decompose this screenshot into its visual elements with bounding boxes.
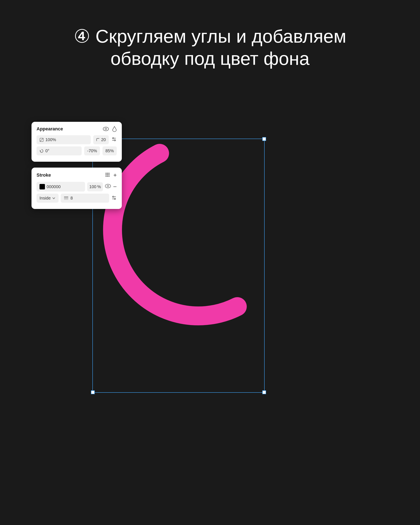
svg-point-12 (107, 174, 108, 175)
stroke-panel-header: Stroke (37, 172, 117, 178)
rotation-value: 0° (45, 149, 49, 153)
svg-point-10 (108, 173, 109, 174)
handle-top-right[interactable] (262, 137, 266, 141)
opacity-value: 100% (45, 137, 56, 142)
stroke-position-label: Inside (39, 196, 51, 201)
svg-point-14 (105, 176, 106, 177)
stroke-adjust-icon[interactable] (111, 195, 117, 201)
stroke-color-row: 000000 100 % − (37, 182, 117, 192)
handle-bottom-left[interactable] (91, 390, 95, 394)
color-hex-value: 000000 (47, 184, 61, 189)
panels-container: Appearance (31, 122, 122, 209)
eye-icon[interactable] (103, 127, 109, 131)
y-field[interactable]: 85% (103, 146, 117, 155)
corner-radius-field[interactable]: 20 (93, 135, 109, 144)
stroke-panel-icons: + (105, 172, 117, 178)
appearance-panel: Appearance (31, 122, 122, 162)
opacity-field[interactable]: 100% (37, 135, 91, 144)
appearance-panel-title: Appearance (37, 126, 63, 132)
stroke-visibility-icon[interactable] (105, 184, 111, 189)
page-title: ④ Скругляем углы и добавляем обводку под… (34, 25, 386, 69)
svg-point-1 (105, 128, 107, 130)
svg-point-9 (107, 173, 108, 174)
appearance-row2: 0° -70% 85% (37, 146, 117, 155)
svg-point-7 (114, 140, 115, 141)
svg-point-13 (108, 174, 109, 175)
stroke-size-field[interactable]: 8 (61, 194, 109, 203)
opacity-percent-symbol: % (97, 184, 101, 189)
y-value: 85% (105, 149, 114, 153)
appearance-panel-header: Appearance (37, 126, 117, 132)
drop-icon[interactable] (112, 126, 117, 132)
x-value: -70% (87, 149, 97, 153)
title-section: ④ Скругляем углы и добавляем обводку под… (34, 25, 386, 69)
rotation-icon (39, 149, 44, 153)
corner-radius-icon (96, 138, 100, 142)
svg-point-16 (108, 176, 109, 177)
svg-point-18 (107, 185, 109, 187)
stroke-position-dropdown[interactable]: Inside (37, 194, 59, 203)
svg-point-17 (105, 184, 111, 188)
svg-point-11 (105, 174, 106, 175)
svg-point-0 (103, 127, 109, 131)
stroke-panel: Stroke (31, 168, 122, 209)
title-line2: обводку под цвет фона (111, 48, 309, 69)
svg-point-25 (114, 198, 115, 199)
remove-stroke-button[interactable]: − (113, 183, 117, 190)
stroke-opacity-field[interactable]: 100 % (87, 182, 103, 191)
appearance-row1: 100% 20 (37, 135, 117, 144)
grid-icon[interactable] (105, 172, 111, 178)
svg-point-8 (105, 173, 106, 174)
svg-point-6 (112, 138, 114, 139)
rotation-field[interactable]: 0° (37, 146, 82, 155)
stroke-size-icon (64, 196, 69, 200)
adjust-icon[interactable] (111, 137, 117, 143)
stroke-opacity-value: 100 (89, 184, 96, 189)
appearance-panel-icons (103, 126, 117, 132)
handle-bottom-right[interactable] (262, 390, 266, 394)
add-stroke-button[interactable]: + (113, 172, 117, 178)
svg-point-24 (112, 196, 114, 197)
x-field[interactable]: -70% (84, 146, 100, 155)
stroke-panel-title: Stroke (37, 172, 51, 178)
svg-line-3 (40, 138, 43, 141)
color-swatch (39, 184, 45, 189)
corner-radius-value: 20 (101, 137, 106, 142)
stroke-size-value: 8 (70, 196, 73, 201)
stroke-color-field[interactable]: 000000 (37, 182, 85, 192)
svg-point-15 (107, 176, 108, 177)
opacity-icon (39, 138, 44, 142)
dropdown-chevron-icon (52, 196, 56, 200)
title-line1: ④ Скругляем углы и добавляем (74, 26, 346, 47)
stroke-settings-row: Inside 8 (37, 194, 117, 203)
